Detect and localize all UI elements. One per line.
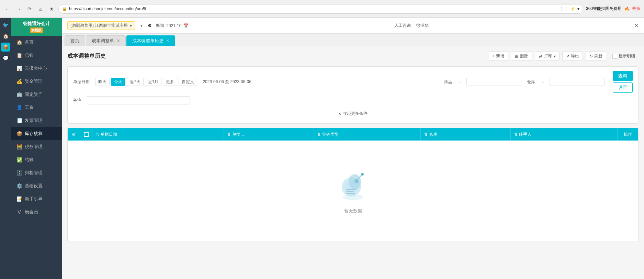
sidebar-label-6: 发票管理 bbox=[25, 118, 43, 124]
period-label: 账期 bbox=[156, 23, 164, 29]
sidebar-item-7[interactable]: 📦 库存核算 bbox=[11, 127, 62, 140]
goods-filter-label: 商品 bbox=[444, 79, 452, 85]
sidebar-item-9[interactable]: ✅ 结账 bbox=[11, 153, 62, 166]
tab-cost-adjust-history[interactable]: 成本调整单历史 ✕ bbox=[126, 35, 175, 46]
warehouse-more-dots[interactable]: ... bbox=[541, 79, 544, 84]
export-icon: ↗ bbox=[566, 54, 569, 59]
home-button[interactable]: ⌂ bbox=[36, 5, 45, 13]
sidebar-item-1[interactable]: 📋 总账 bbox=[11, 49, 62, 62]
tab-home[interactable]: 首页 bbox=[65, 35, 85, 46]
sidebar-item-0[interactable]: 🏠 首页 bbox=[11, 36, 62, 49]
th-checkbox[interactable] bbox=[80, 128, 92, 141]
query-button[interactable]: 查询 bbox=[613, 71, 633, 81]
calendar-icon[interactable]: 📅 bbox=[183, 23, 189, 28]
select-all-checkbox[interactable] bbox=[84, 132, 89, 137]
date-btn-7days[interactable]: 近7天 bbox=[127, 78, 144, 86]
sidebar-label-11: 基础设置 bbox=[25, 183, 43, 189]
sidebar-label-5: 工资 bbox=[25, 104, 34, 111]
data-table: ⚙ ⇅ 单据日期 ⇅ 单据... ⇅ 业务类型 bbox=[67, 128, 639, 242]
sidebar-label-7: 库存核算 bbox=[25, 131, 43, 137]
collapse-row[interactable]: ∧ 收起更多条件 bbox=[73, 108, 633, 119]
icon-bar-chat[interactable]: 💬 bbox=[1, 54, 10, 63]
tab-cost-adjust-close[interactable]: ✕ bbox=[117, 38, 120, 43]
top-bar: (勿删勿禁用) 江西服宝测试专用 ▾ ＋ ⚙ 账期 2021-10 📅 人工咨询… bbox=[62, 18, 644, 34]
page-header: 成本调整单历史 + 新增 🗑 删除 🖨 打印 ▾ ↗ 导出 bbox=[67, 52, 639, 61]
show-col-label: 显示明细 bbox=[619, 53, 635, 59]
icon-bar-active[interactable]: 📦 bbox=[1, 43, 10, 52]
tab-cost-adjust-history-close[interactable]: ✕ bbox=[166, 38, 169, 43]
address-bar[interactable]: 🔒 https://cloud.chanjet.com/accounting/u… bbox=[58, 4, 583, 14]
sidebar-item-5[interactable]: 👤 工资 bbox=[11, 101, 62, 114]
star-button[interactable]: ★ bbox=[47, 5, 56, 13]
back-button[interactable]: ← bbox=[3, 5, 12, 13]
browser-chrome: ← → ⟳ ⌂ ★ 🔒 https://cloud.chanjet.com/ac… bbox=[0, 0, 644, 18]
print-button[interactable]: 🖨 打印 ▾ bbox=[535, 52, 560, 61]
tab-cost-adjust[interactable]: 成本调整单 ✕ bbox=[86, 35, 126, 46]
date-range: 2023-06-06 至 2023-06-06 bbox=[203, 79, 251, 85]
sidebar: 畅捷通好会计 旗舰版 🏠 首页 📋 总账 📊 云报表中心 💰 资金管理 🏢 固定… bbox=[11, 18, 62, 279]
top-close-button[interactable]: ✕ bbox=[634, 22, 639, 29]
sidebar-item-11[interactable]: ⚙️ 基础设置 bbox=[11, 179, 62, 192]
delete-button[interactable]: 🗑 删除 bbox=[511, 52, 532, 61]
sidebar-item-10[interactable]: 🗄️ 归档管理 bbox=[11, 166, 62, 179]
sidebar-item-6[interactable]: 🧾 发票管理 bbox=[11, 114, 62, 127]
th-gear[interactable]: ⚙ bbox=[68, 128, 80, 141]
top-bar-right: 人工咨询 徐泽华 bbox=[394, 23, 429, 29]
icon-bar-home[interactable]: 🏠 bbox=[1, 32, 10, 41]
url-text: https://cloud.chanjet.com/accounting/uru… bbox=[69, 7, 558, 11]
sidebar-icon-8: 🧮 bbox=[16, 144, 22, 149]
th-warehouse-sort: ⇅ bbox=[424, 132, 428, 137]
show-col-checkbox[interactable] bbox=[612, 54, 617, 59]
sidebar-label-2: 云报表中心 bbox=[25, 65, 47, 71]
sidebar-item-3[interactable]: 💰 资金管理 bbox=[11, 75, 62, 88]
sidebar-icon-5: 👤 bbox=[16, 105, 22, 110]
delete-label: 删除 bbox=[520, 53, 528, 59]
sidebar-label-13: 畅会员 bbox=[25, 209, 38, 215]
company-selector[interactable]: (勿删勿禁用) 江西服宝测试专用 ▾ bbox=[67, 21, 135, 30]
icon-bar-app[interactable]: 🐦 bbox=[1, 21, 10, 30]
date-btn-today[interactable]: 今天 bbox=[111, 78, 125, 86]
th-num: ⇅ 单据... bbox=[224, 128, 314, 141]
svg-rect-9 bbox=[346, 193, 355, 194]
company-name: (勿删勿禁用) 江西服宝测试专用 bbox=[70, 23, 128, 29]
svg-point-4 bbox=[354, 179, 359, 183]
logo-name: 畅捷通好会计 bbox=[23, 21, 50, 27]
sidebar-item-13[interactable]: V 畅会员 bbox=[11, 205, 62, 219]
sidebar-item-2[interactable]: 📊 云报表中心 bbox=[11, 62, 62, 75]
warehouse-input[interactable] bbox=[550, 78, 605, 86]
date-btn-1month[interactable]: 近1月 bbox=[145, 78, 162, 86]
grid-icon: ⋮⋮ bbox=[560, 7, 568, 11]
date-btn-yesterday[interactable]: 昨天 bbox=[95, 78, 110, 86]
settings-button[interactable]: 设置 bbox=[613, 82, 633, 93]
th-type-sort: ⇅ bbox=[317, 132, 321, 137]
sidebar-item-12[interactable]: 📝 新手引导 bbox=[11, 192, 62, 205]
th-date-label: 单据日期 bbox=[101, 132, 117, 137]
goods-more-dots[interactable]: ... bbox=[457, 79, 461, 84]
th-ops-label: 操作 bbox=[624, 132, 632, 137]
refresh-button[interactable]: ↻ 刷新 bbox=[586, 52, 606, 61]
settings-icon[interactable]: ⚙ bbox=[148, 23, 152, 28]
forward-button[interactable]: → bbox=[14, 5, 23, 13]
tab-cost-adjust-history-label: 成本调整单历史 bbox=[132, 38, 163, 44]
refresh-button[interactable]: ⟳ bbox=[25, 5, 34, 13]
goods-input[interactable] bbox=[466, 78, 521, 86]
add-tab-button[interactable]: ＋ bbox=[139, 23, 144, 29]
remark-input[interactable] bbox=[87, 96, 190, 104]
th-type-label: 业务类型 bbox=[322, 132, 339, 137]
sidebar-item-8[interactable]: 🧮 税务管理 bbox=[11, 140, 62, 153]
print-label: 打印 bbox=[544, 53, 552, 59]
search-label: 360智能抠图免费用 bbox=[586, 6, 622, 12]
export-button[interactable]: ↗ 导出 bbox=[562, 52, 583, 61]
main-content: (勿删勿禁用) 江西服宝测试专用 ▾ ＋ ⚙ 账期 2021-10 📅 人工咨询… bbox=[62, 18, 644, 279]
browser-right: 360智能抠图免费用 🔥 热搜 bbox=[586, 6, 641, 12]
date-btn-custom[interactable]: 自定义 bbox=[179, 78, 197, 86]
add-button[interactable]: + 新增 bbox=[489, 52, 508, 61]
sidebar-icon-13: V bbox=[16, 209, 22, 215]
remark-label: 备注 bbox=[73, 98, 81, 103]
export-label: 导出 bbox=[571, 53, 579, 59]
date-btn-more[interactable]: 更多 bbox=[163, 78, 177, 86]
sidebar-item-4[interactable]: 🏢 固定资产 bbox=[11, 88, 62, 101]
user-label[interactable]: 徐泽华 bbox=[416, 23, 429, 29]
service-label[interactable]: 人工咨询 bbox=[394, 23, 411, 29]
tab-bar: 首页 成本调整单 ✕ 成本调整单历史 ✕ bbox=[62, 34, 644, 46]
